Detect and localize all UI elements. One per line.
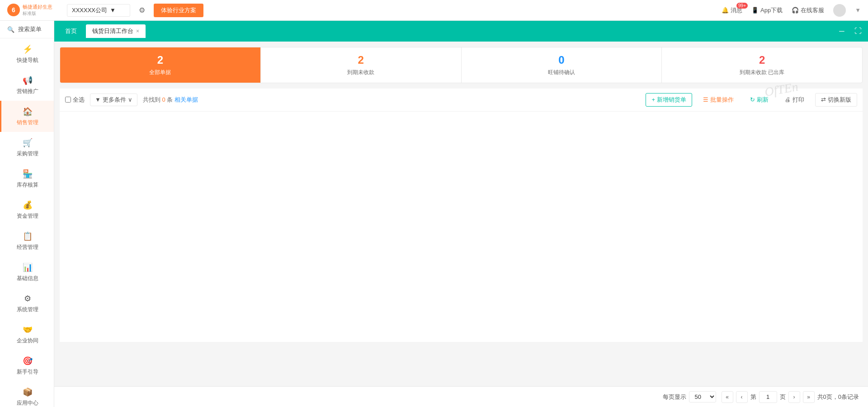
plus-icon: + (651, 96, 655, 103)
stat-label-overdue: 到期未收款 (270, 69, 452, 76)
warehouse-icon: 🏪 (22, 168, 33, 179)
add-sales-order-button[interactable]: + 新增销货单 (646, 93, 692, 107)
gear-icon: ⚙ (139, 6, 145, 14)
sidebar-item-inventory[interactable]: 🏪 库存核算 (0, 163, 54, 194)
shop-icon: 🏠 (22, 106, 33, 117)
stat-card-shipped[interactable]: 2 到期未收款 已出库 (662, 47, 862, 83)
sidebar-item-label: 销售管理 (17, 119, 38, 126)
maximize-button[interactable]: ⛶ (852, 25, 864, 37)
company-selector[interactable]: XXXXXX公司 ▼ (67, 4, 130, 17)
select-all-label: 全选 (73, 96, 85, 104)
toolbar-left: 全选 ▼ 更多条件 ∨ 共找到 0 条 相关单据 (65, 94, 640, 106)
user-name: ▼ (855, 7, 861, 14)
sidebar-item-app-center[interactable]: 📦 应用中心 (0, 381, 54, 407)
related-text[interactable]: 相关单据 (175, 96, 198, 103)
select-all-checkbox[interactable] (65, 97, 71, 103)
stat-number-shipped: 2 (671, 54, 853, 67)
sidebar-item-label: 新手引导 (17, 368, 38, 376)
online-support-label: 在线客服 (801, 6, 824, 14)
money-icon: 💰 (22, 200, 33, 211)
print-button[interactable]: 🖨 打印 (779, 94, 810, 106)
page-number-input[interactable] (759, 391, 777, 403)
online-support-button[interactable]: 🎧 在线客服 (792, 6, 824, 14)
next-page-button[interactable]: › (788, 391, 800, 403)
minimize-button[interactable]: ─ (835, 25, 848, 37)
switch-version-button[interactable]: ⇄ 切换新版 (815, 93, 857, 107)
table-icon: 📊 (22, 262, 33, 273)
stat-label-pending: 旺铺待确认 (471, 69, 653, 76)
last-page-button[interactable]: » (803, 391, 815, 403)
first-page-button[interactable]: « (722, 391, 733, 403)
count-prefix: 共找到 (143, 96, 160, 103)
batch-operation-button[interactable]: ☰ 批量操作 (698, 94, 739, 106)
batch-icon: ☰ (703, 96, 708, 103)
box-icon: 📦 (22, 387, 33, 398)
cart-icon: 🛒 (22, 137, 33, 148)
filter-label: 更多条件 (103, 96, 126, 104)
pagination-bar: 每页显示 50 100 « ‹ 第 页 › » 共0页，0条记录 (54, 386, 868, 407)
logo-sub: 标准版 (23, 10, 52, 17)
header-right: 🔔 消息 99+ 📱 App下载 🎧 在线客服 ▼ (722, 4, 861, 17)
sidebar-item-sales[interactable]: 🏠 销售管理 (0, 101, 54, 132)
sidebar-item-quick-nav[interactable]: ⚡ 快捷导航 (0, 38, 54, 70)
sidebar-item-label: 经营管理 (17, 243, 38, 251)
sidebar-item-label: 应用中心 (17, 399, 38, 407)
lightning-icon: ⚡ (22, 44, 33, 55)
content-area: 全选 ▼ 更多条件 ∨ 共找到 0 条 相关单据 (60, 89, 863, 342)
per-page-select[interactable]: 50 100 (689, 391, 716, 402)
select-all-area[interactable]: 全选 (65, 96, 85, 104)
search-menu-label: 搜索菜单 (18, 25, 42, 33)
count-unit: 条 (167, 96, 173, 103)
main-content: 首页 钱货日清工作台 × ─ ⛶ 2 全部单据 2 到期未收款 0 旺铺待确认 (54, 21, 868, 407)
switch-icon: ⇄ (821, 96, 826, 103)
tab-home[interactable]: 首页 (58, 24, 84, 38)
refresh-button[interactable]: ↻ 刷新 (745, 94, 774, 106)
sidebar: 🔍 搜索菜单 ⚡ 快捷导航 📢 营销推广 🏠 销售管理 🛒 采购管理 🏪 库存核… (0, 21, 54, 407)
close-tab-icon[interactable]: × (136, 28, 139, 34)
sidebar-item-basic-info[interactable]: 📊 基础信息 (0, 257, 54, 288)
sidebar-item-guide[interactable]: 🎯 新手引导 (0, 350, 54, 381)
stat-card-all[interactable]: 2 全部单据 (60, 47, 261, 83)
avatar[interactable] (833, 4, 846, 17)
sidebar-item-enterprise[interactable]: 🤝 企业协同 (0, 319, 54, 350)
sidebar-item-capital[interactable]: 💰 资金管理 (0, 194, 54, 225)
total-info: 共0页，0条记录 (817, 393, 859, 401)
settings-button[interactable]: ⚙ (136, 4, 148, 17)
trial-button[interactable]: 体验行业方案 (154, 4, 203, 17)
target-icon: 🎯 (22, 356, 33, 366)
app-download-button[interactable]: 📱 App下载 (751, 6, 783, 14)
prev-page-button[interactable]: ‹ (736, 391, 748, 403)
message-badge: 99+ (736, 3, 748, 9)
sidebar-item-operations[interactable]: 📋 经营管理 (0, 225, 54, 257)
logo: 6 畅捷通好生意 标准版 (7, 4, 61, 16)
print-icon: 🖨 (785, 96, 791, 103)
toolbar-right: + 新增销货单 ☰ 批量操作 ↻ 刷新 🖨 打印 (646, 93, 857, 107)
headset-icon: 🎧 (792, 7, 799, 14)
filter-button[interactable]: ▼ 更多条件 ∨ (90, 94, 137, 106)
chevron-down-icon: ∨ (128, 96, 132, 103)
logo-text: 畅捷通好生意 (23, 4, 52, 10)
sidebar-item-label: 系统管理 (17, 306, 38, 313)
print-label: 打印 (793, 96, 804, 104)
stat-card-pending[interactable]: 0 旺铺待确认 (462, 47, 662, 83)
tab-bar-controls: ─ ⛶ (835, 25, 864, 37)
messages-button[interactable]: 🔔 消息 99+ (722, 6, 742, 14)
search-icon: 🔍 (7, 26, 14, 33)
toolbar: 全选 ▼ 更多条件 ∨ 共找到 0 条 相关单据 (60, 89, 863, 112)
user-dropdown[interactable]: ▼ (855, 7, 861, 14)
sidebar-item-purchase[interactable]: 🛒 采购管理 (0, 132, 54, 163)
count-info: 共找到 0 条 相关单据 (143, 96, 198, 104)
stat-card-overdue[interactable]: 2 到期未收款 (261, 47, 462, 83)
sidebar-item-label: 基础信息 (17, 275, 38, 282)
sidebar-item-label: 快捷导航 (17, 56, 38, 64)
sidebar-item-system[interactable]: ⚙ 系统管理 (0, 288, 54, 319)
sidebar-item-label: 资金管理 (17, 212, 38, 220)
bell-icon: 🔔 (722, 7, 729, 14)
tab-current[interactable]: 钱货日清工作台 × (86, 24, 146, 38)
header-left: 6 畅捷通好生意 标准版 XXXXXX公司 ▼ ⚙ 体验行业方案 (7, 4, 203, 17)
page-label: 第 (750, 393, 756, 401)
sidebar-item-marketing[interactable]: 📢 营销推广 (0, 70, 54, 101)
tab-label: 钱货日清工作台 (92, 27, 133, 35)
top-header: 6 畅捷通好生意 标准版 XXXXXX公司 ▼ ⚙ 体验行业方案 🔔 消息 99… (0, 0, 868, 21)
search-menu-button[interactable]: 🔍 搜索菜单 (0, 21, 54, 38)
